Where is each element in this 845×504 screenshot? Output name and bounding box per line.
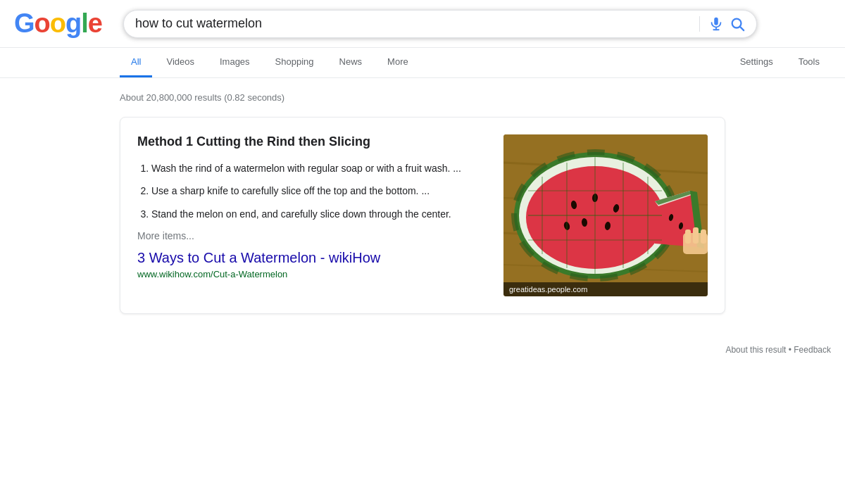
search-divider	[699, 16, 700, 32]
result-url: www.wikihow.com/Cut-a-Watermelon	[137, 269, 489, 279]
svg-rect-0	[714, 17, 718, 25]
tab-news[interactable]: News	[328, 48, 374, 77]
snippet-content: Method 1 Cutting the Rind then Slicing W…	[137, 134, 489, 296]
main-content: About 20,800,000 results (0.82 seconds) …	[0, 78, 845, 339]
logo-letter-l: l	[81, 8, 88, 39]
list-item: Stand the melon on end, and carefully sl…	[151, 206, 489, 222]
search-input[interactable]	[135, 16, 691, 31]
result-link: 3 Ways to Cut a Watermelon - wikiHow www…	[137, 250, 489, 279]
search-icon[interactable]	[730, 16, 745, 32]
nav-tabs-right: Settings Tools	[729, 48, 831, 77]
more-items-link[interactable]: More items...	[137, 230, 489, 241]
feedback-bar: About this result • Feedback	[0, 339, 845, 360]
svg-rect-30	[701, 229, 706, 244]
snippet-list: Wash the rind of a watermelon with regul…	[151, 160, 489, 222]
logo-letter-e: e	[88, 8, 102, 39]
logo-letter-o1: o	[35, 8, 50, 39]
tab-tools[interactable]: Tools	[787, 48, 831, 77]
header: Google	[0, 0, 845, 48]
results-info: About 20,800,000 results (0.82 seconds)	[120, 92, 725, 103]
list-item: Wash the rind of a watermelon with regul…	[151, 160, 489, 176]
tab-shopping[interactable]: Shopping	[264, 48, 325, 77]
mic-icon[interactable]	[708, 16, 724, 32]
tab-more[interactable]: More	[376, 48, 420, 77]
snippet-title: Method 1 Cutting the Rind then Slicing	[137, 134, 489, 149]
list-item: Use a sharp knife to carefully slice off…	[151, 183, 489, 199]
tab-images[interactable]: Images	[208, 48, 261, 77]
logo-letter-o2: o	[50, 8, 65, 39]
logo-letter-g: G	[14, 8, 35, 39]
google-logo[interactable]: Google	[14, 8, 102, 39]
snippet-image: greatideas.people.com	[503, 134, 708, 296]
snippet-card: Method 1 Cutting the Rind then Slicing W…	[120, 117, 725, 314]
nav-tabs: All Videos Images Shopping News More Set…	[0, 48, 845, 78]
svg-line-4	[740, 27, 744, 30]
svg-rect-29	[693, 227, 699, 244]
tab-all[interactable]: All	[120, 48, 152, 77]
logo-letter-g2: g	[65, 8, 81, 39]
nav-tabs-left: All Videos Images Shopping News More	[120, 48, 729, 77]
result-title[interactable]: 3 Ways to Cut a Watermelon - wikiHow	[137, 250, 489, 266]
search-bar[interactable]	[123, 10, 757, 38]
tab-videos[interactable]: Videos	[155, 48, 206, 77]
snippet-image-container: greatideas.people.com	[503, 134, 708, 296]
svg-rect-28	[685, 229, 691, 244]
feedback-link[interactable]: About this result • Feedback	[725, 345, 831, 355]
tab-settings[interactable]: Settings	[729, 48, 784, 77]
image-source-label: greatideas.people.com	[503, 282, 708, 296]
